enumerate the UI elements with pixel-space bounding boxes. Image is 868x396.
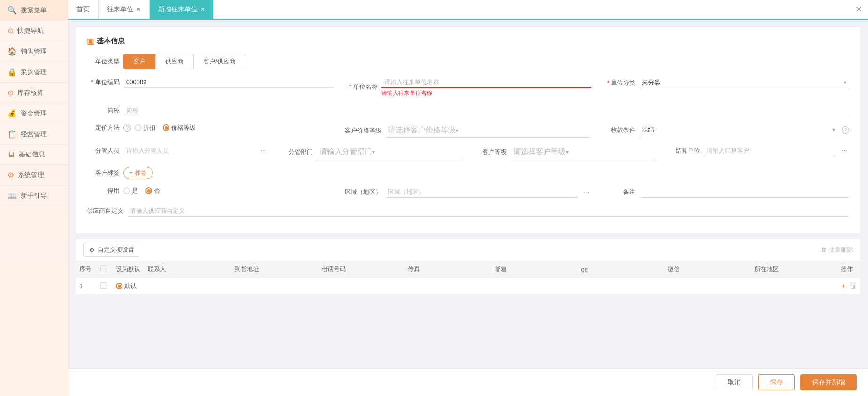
- settlement-field: 结算单位 ···: [667, 145, 849, 156]
- sidebar-item-sales[interactable]: 🏠 销售管理: [0, 41, 68, 62]
- row-delete-btn[interactable]: 🗑: [849, 282, 857, 290]
- row-email[interactable]: [491, 278, 578, 295]
- customer-level-placeholder: 请选择客户等级: [513, 147, 566, 157]
- gear-icon: ⚙: [89, 247, 95, 254]
- unit-category-select[interactable]: 未分类 ▾: [639, 77, 849, 89]
- customer-btn[interactable]: 客户: [123, 54, 155, 69]
- quick-nav-icon: ⊙: [8, 26, 14, 35]
- sidebar-item-purchase[interactable]: 🔒 采购管理: [0, 62, 68, 83]
- row-contact-input[interactable]: [148, 283, 227, 290]
- row-address-input[interactable]: [235, 283, 314, 290]
- sidebar-item-label: 新手引导: [21, 192, 47, 200]
- sidebar-item-basic-info[interactable]: 🖥 基础信息: [0, 145, 68, 165]
- row-qq[interactable]: [578, 278, 664, 295]
- supplier-btn[interactable]: 供应商: [155, 54, 193, 69]
- payment-terms-help[interactable]: ?: [842, 126, 849, 134]
- unit-name-field: 单位名称 请输入往来单位名称: [345, 77, 592, 97]
- sidebar-item-system[interactable]: ⚙ 系统管理: [0, 165, 68, 186]
- batch-delete-button[interactable]: 🗑 批量删除: [821, 246, 853, 254]
- tab-home[interactable]: 首页: [68, 0, 99, 19]
- discount-radio[interactable]: 折扣: [135, 124, 155, 132]
- row-default-radio[interactable]: 默认: [116, 282, 140, 290]
- bottom-bar: 取消 保存 保存并新增: [68, 368, 868, 396]
- price-level-label: 价格等级: [171, 124, 196, 132]
- row-region-input[interactable]: [754, 283, 834, 290]
- row-wechat[interactable]: [664, 278, 751, 295]
- unit-category-label: 单位分类: [602, 79, 635, 87]
- settings-btn-label: 自定义项设置: [98, 246, 134, 254]
- default-header: 设为默认: [112, 261, 144, 278]
- select-all-checkbox[interactable]: [100, 265, 107, 272]
- table-row: 1 默认: [76, 278, 860, 295]
- customer-level-select[interactable]: 请选择客户等级 ▾: [510, 145, 656, 159]
- unit-code-input[interactable]: [123, 77, 334, 88]
- phone-header: 电话号码: [318, 261, 404, 278]
- custom-settings-button[interactable]: ⚙ 自定义项设置: [83, 243, 140, 257]
- sidebar-item-quick-nav[interactable]: ⊙ 快捷导航: [0, 21, 68, 41]
- wechat-header: 微信: [664, 261, 751, 278]
- row-wechat-input[interactable]: [668, 283, 747, 290]
- settlement-input[interactable]: [704, 145, 836, 156]
- short-name-input[interactable]: [123, 105, 849, 116]
- manager-input[interactable]: [123, 145, 255, 156]
- sidebar-item-inventory[interactable]: ⊙ 库存核算: [0, 83, 68, 103]
- discount-radio-circle: [135, 124, 141, 131]
- region-input[interactable]: [385, 186, 578, 198]
- manager-more-btn[interactable]: ···: [259, 147, 269, 155]
- sidebar-item-operations[interactable]: 📋 经营管理: [0, 124, 68, 145]
- remarks-input[interactable]: [639, 186, 849, 198]
- department-select[interactable]: 请输入分管部门 ▾: [317, 145, 462, 159]
- settlement-more-btn[interactable]: ···: [839, 147, 849, 155]
- unit-name-input[interactable]: [381, 77, 592, 88]
- price-level-radio[interactable]: 价格等级: [163, 124, 196, 132]
- row-qq-input[interactable]: [581, 283, 661, 290]
- row-checkbox[interactable]: [100, 282, 107, 289]
- address-header: 到货地址: [231, 261, 318, 278]
- remarks-field: 备注: [602, 186, 849, 198]
- disabled-radio-group: 是 否: [123, 186, 160, 195]
- pricing-method-label: 定价方法: [87, 124, 120, 132]
- sidebar-item-label: 快捷导航: [17, 27, 44, 35]
- add-tag-button[interactable]: + 标签: [123, 167, 153, 179]
- customer-level-arrow: ▾: [566, 149, 569, 155]
- tab-new-trading-unit[interactable]: 新增往来单位 ✕: [150, 0, 214, 19]
- sidebar-item-search[interactable]: 🔍 搜索菜单: [0, 0, 68, 21]
- disabled-yes-radio[interactable]: 是: [123, 186, 138, 195]
- tab-trading-units-close[interactable]: ✕: [136, 6, 141, 13]
- customer-price-level-select[interactable]: 请选择客户价格等级 ▾: [385, 124, 592, 138]
- row-contact[interactable]: [144, 278, 231, 295]
- close-all-button[interactable]: ✕: [850, 0, 868, 19]
- row-fax-input[interactable]: [408, 283, 487, 290]
- row-phone-input[interactable]: [321, 283, 401, 290]
- new-user-icon: 📖: [8, 191, 17, 200]
- save-new-button[interactable]: 保存并新增: [800, 374, 857, 390]
- pricing-method-field: 定价方法 ? 折扣 价格等级: [87, 124, 334, 132]
- disabled-no-radio[interactable]: 否: [145, 186, 160, 195]
- region-field: 区域（地区） ···: [345, 186, 592, 198]
- system-icon: ⚙: [8, 171, 14, 179]
- tab-spacer: [214, 0, 850, 19]
- supplier-custom-input[interactable]: [127, 205, 849, 217]
- row-phone[interactable]: [318, 278, 404, 295]
- tab-new-trading-unit-close[interactable]: ✕: [200, 6, 205, 13]
- row-fax[interactable]: [404, 278, 491, 295]
- row-default-circle: [116, 283, 122, 289]
- supplier-custom-label: 供应商自定义: [87, 207, 123, 215]
- row-email-input[interactable]: [495, 283, 574, 290]
- payment-terms-select[interactable]: 现结 ▾: [639, 124, 838, 136]
- sidebar-item-label: 经营管理: [21, 130, 47, 139]
- save-button[interactable]: 保存: [758, 374, 795, 390]
- sidebar-item-finance[interactable]: 💰 资金管理: [0, 103, 68, 124]
- row-region[interactable]: [751, 278, 838, 295]
- pricing-method-help[interactable]: ?: [123, 124, 131, 132]
- cancel-button[interactable]: 取消: [716, 374, 753, 390]
- tab-trading-units[interactable]: 往来单位 ✕: [99, 0, 150, 19]
- both-btn[interactable]: 客户/供应商: [193, 54, 245, 69]
- sidebar-item-label: 系统管理: [18, 171, 44, 179]
- payment-terms-arrow: ▾: [832, 126, 835, 133]
- row-add-btn[interactable]: +: [841, 282, 845, 290]
- sidebar-item-new-user[interactable]: 📖 新手引导: [0, 186, 68, 206]
- table-toolbar: ⚙ 自定义项设置 🗑 批量删除: [76, 239, 860, 261]
- row-address[interactable]: [231, 278, 318, 295]
- region-more-btn[interactable]: ···: [581, 188, 591, 196]
